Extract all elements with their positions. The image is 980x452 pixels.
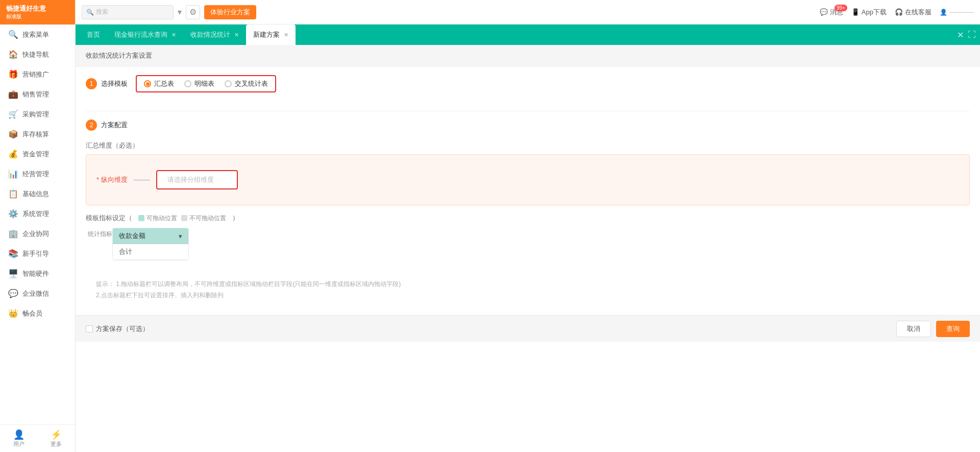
- user-info[interactable]: 👤 ————: [940, 9, 974, 16]
- search-icon: 🔍: [8, 30, 18, 39]
- dropdown-arrow-icon[interactable]: ▾: [178, 7, 182, 17]
- sidebar-item-label: 畅会员: [22, 309, 42, 318]
- settings-icon: ⚡: [51, 429, 62, 440]
- sidebar-item-newbie[interactable]: 📚 新手引导: [0, 244, 75, 264]
- tab-receipts[interactable]: 收款情况统计 ✕: [183, 25, 246, 45]
- dimension-row: * 纵向维度 —— 请选择分组维度: [96, 170, 238, 189]
- step1-number: 1: [86, 78, 97, 89]
- sidebar-item-label: 新手引导: [22, 249, 49, 258]
- sidebar-bottom: 👤 用户 ⚡ 更多: [0, 424, 75, 452]
- sidebar-item-marketing[interactable]: 🎁 营销推广: [0, 64, 75, 84]
- hardware-icon: 🖥️: [8, 269, 18, 278]
- download-label: App下载: [862, 8, 887, 17]
- sidebar-item-label: 企业微信: [22, 289, 49, 298]
- step2-number: 2: [86, 120, 97, 131]
- inventory-icon: 📦: [8, 129, 18, 139]
- online-service-button[interactable]: 🎧 在线客服: [895, 8, 932, 17]
- sidebar-item-search[interactable]: 🔍 搜索菜单: [0, 25, 75, 44]
- indicator-category-header: 统计指标: [86, 228, 112, 241]
- tab-cashbank[interactable]: 现金银行流水查询 ✕: [107, 25, 183, 45]
- main-area: 🔍 搜索 ▾ ⚙ 体验行业方案 💬 99+ 消息 📱 App下载 🎧 在线客服 …: [76, 0, 980, 452]
- indicator-label-row: 模板指标设定（ 可拖动位置 不可拖动位置 ）: [86, 213, 970, 223]
- tips-section: 提示： 1.拖动标题栏可以调整布局，不可跨维度或指标区域拖动栏目字段(只能在同一…: [86, 273, 970, 307]
- radio-summary[interactable]: 汇总表: [144, 79, 174, 88]
- sidebar-item-label: 采购管理: [22, 110, 49, 119]
- maximize-icon[interactable]: ⛶: [968, 30, 976, 39]
- sidebar-item-label: 搜索菜单: [22, 30, 49, 39]
- purchase-icon: 🛒: [8, 109, 18, 119]
- sidebar-item-member[interactable]: 👑 畅会员: [0, 303, 75, 323]
- sidebar-item-system[interactable]: ⚙️ 系统管理: [0, 204, 75, 224]
- sidebar-item-operations[interactable]: 📊 经营管理: [0, 164, 75, 184]
- dimension-area: * 纵向维度 —— 请选择分组维度: [86, 154, 970, 205]
- sidebar-item-inventory[interactable]: 📦 库存核算: [0, 124, 75, 144]
- message-button[interactable]: 💬 99+ 消息: [820, 8, 843, 17]
- header-right: 💬 99+ 消息 📱 App下载 🎧 在线客服 👤 ————: [820, 8, 974, 17]
- sidebar-item-quicknav[interactable]: 🏠 快捷导航: [0, 44, 75, 64]
- sidebar-item-finance[interactable]: 💰 资金管理: [0, 144, 75, 164]
- draggable-legend-label: 可拖动位置: [146, 214, 177, 223]
- sidebar-item-sales[interactable]: 💼 销售管理: [0, 84, 75, 104]
- tip-line1: 提示： 1.拖动标题栏可以调整布局，不可跨维度或指标区域拖动栏目字段(只能在同一…: [96, 279, 960, 290]
- dimension-arrow: ——: [134, 175, 150, 184]
- sidebar-item-hardware[interactable]: 🖥️ 智能硬件: [0, 264, 75, 283]
- service-label: 在线客服: [905, 8, 932, 17]
- system-icon: ⚙️: [8, 209, 18, 219]
- sidebar-item-label: 销售管理: [22, 90, 49, 99]
- sidebar-item-wechat[interactable]: 💬 企业微信: [0, 283, 75, 303]
- step2-label: 方案配置: [101, 121, 128, 130]
- non-draggable-legend-label: 不可拖动位置: [189, 214, 226, 223]
- tab-close-icon[interactable]: ✕: [234, 32, 239, 38]
- gear-button[interactable]: ⚙: [186, 5, 200, 19]
- app-download-button[interactable]: 📱 App下载: [851, 8, 887, 17]
- help-icon: 👤: [13, 429, 24, 440]
- indicator-settings-label: 模板指标设定（: [86, 213, 132, 223]
- dimension-required-label: 汇总维度（必选）: [86, 141, 970, 150]
- indicator-total-row: 合计: [113, 244, 188, 260]
- sidebar-item-label: 库存核算: [22, 130, 49, 139]
- tab-label: 新建方案: [253, 30, 280, 39]
- save-plan-checkbox-row[interactable]: 方案保存（可选）: [86, 324, 149, 334]
- tab-bar: 首页 现金银行流水查询 ✕ 收款情况统计 ✕ 新建方案 ✕ ✕ ⛶: [76, 25, 980, 45]
- sidebar: 畅捷通好生意 标准版 🔍 搜索菜单 🏠 快捷导航 🎁 营销推广 💼 销售管理 🛒…: [0, 0, 76, 452]
- tab-close-icon[interactable]: ✕: [172, 32, 176, 38]
- radio-circle-detail: [184, 80, 191, 87]
- sidebar-item-label: 企业协同: [22, 229, 49, 239]
- download-icon: 📱: [851, 8, 860, 16]
- save-plan-checkbox[interactable]: [86, 325, 93, 332]
- close-window-icon[interactable]: ✕: [957, 30, 964, 40]
- sidebar-item-purchase[interactable]: 🛒 采购管理: [0, 104, 75, 124]
- indicator-col-name: 收款金额: [119, 231, 145, 241]
- radio-label-detail: 明细表: [194, 79, 214, 88]
- non-draggable-legend-box: [181, 215, 187, 221]
- cancel-button[interactable]: 取消: [896, 321, 931, 337]
- sidebar-item-label: 快捷导航: [22, 50, 49, 59]
- step1-row: 1 选择模板 汇总表 明细表: [86, 75, 970, 92]
- tab-close-icon[interactable]: ✕: [284, 32, 288, 38]
- sales-icon: 💼: [8, 89, 18, 99]
- radio-cross[interactable]: 交叉统计表: [225, 79, 268, 88]
- sidebar-bottom-settings[interactable]: ⚡ 更多: [38, 425, 76, 452]
- tab-home[interactable]: 首页: [80, 25, 107, 45]
- tab-newplan[interactable]: 新建方案 ✕: [246, 25, 296, 45]
- sidebar-item-basicinfo[interactable]: 📋 基础信息: [0, 184, 75, 204]
- sidebar-item-enterprise[interactable]: 🏢 企业协同: [0, 224, 75, 244]
- tab-label: 现金银行流水查询: [114, 30, 167, 39]
- radio-label-summary: 汇总表: [154, 79, 174, 88]
- step1-label: 选择模板: [101, 79, 128, 88]
- dimension-selector[interactable]: 请选择分组维度: [156, 170, 238, 189]
- industry-plan-button[interactable]: 体验行业方案: [204, 5, 256, 19]
- radio-detail[interactable]: 明细表: [184, 79, 214, 88]
- query-button[interactable]: 查询: [936, 321, 970, 337]
- sidebar-bottom-help[interactable]: 👤 用户: [0, 425, 38, 452]
- draggable-legend-box: [138, 215, 144, 221]
- header-search-bar[interactable]: 🔍 搜索: [82, 5, 174, 19]
- step2-row: 2 方案配置: [86, 111, 970, 131]
- indicator-legend: 可拖动位置 不可拖动位置: [138, 214, 226, 223]
- indicator-table-wrap: 统计指标 收款金额 ▾ 合计: [86, 228, 970, 260]
- indicator-dropdown-icon[interactable]: ▾: [179, 232, 182, 240]
- indicator-header-row[interactable]: 收款金额 ▾: [113, 228, 188, 244]
- vertical-dim-label: * 纵向维度: [96, 175, 128, 184]
- home-icon: 🏠: [8, 50, 18, 59]
- page-breadcrumb: 收款情况统计方案设置: [76, 45, 980, 67]
